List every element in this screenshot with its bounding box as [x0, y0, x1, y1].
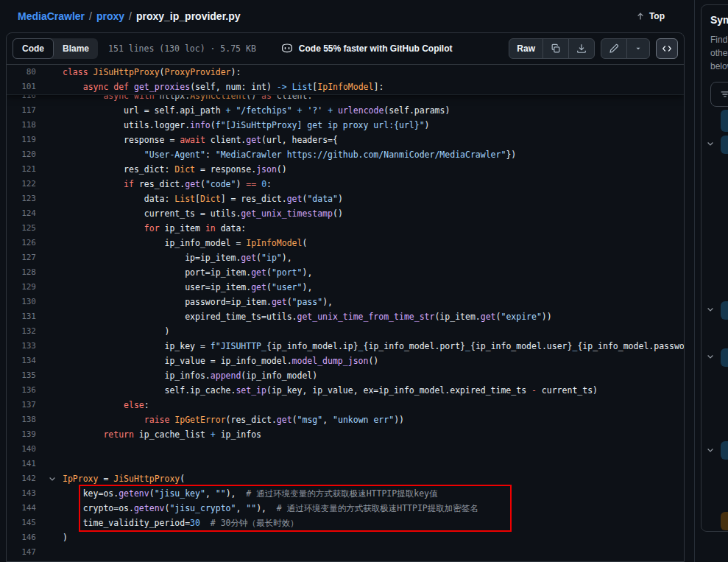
symbol-item[interactable]	[721, 348, 728, 367]
code-line: 117 url = self.api_path + "/fetchips" + …	[7, 103, 684, 118]
breadcrumb-folder-link[interactable]: proxy	[96, 10, 124, 22]
code-line: 145 time_validity_period=30 # 30分钟（最长时效）	[7, 516, 684, 530]
gutter-spacer	[42, 162, 63, 177]
code-line: 101 async def get_proxies(self, num: int…	[7, 80, 684, 94]
symbols-panel-toggle[interactable]	[656, 38, 678, 59]
breadcrumb-filename: proxy_ip_provider.py	[136, 10, 241, 22]
code-line: 137 else:	[7, 398, 684, 412]
file-card: Code Blame 151 lines (130 loc) · 5.75 KB…	[6, 32, 685, 562]
line-number[interactable]: 145	[7, 516, 42, 530]
copilot-banner[interactable]: Code 55% faster with GitHub Copilot	[281, 43, 453, 55]
code-text: class JiSuHttpProxy(ProxyProvider):	[63, 65, 684, 80]
line-number[interactable]: 136	[7, 383, 42, 398]
line-number[interactable]: 137	[7, 398, 42, 412]
download-button[interactable]	[569, 39, 594, 58]
code-line: 80class JiSuHttpProxy(ProxyProvider):	[7, 65, 684, 80]
line-number[interactable]: 147	[7, 545, 42, 560]
scroll-to-top-button[interactable]: Top	[636, 11, 665, 21]
code-line: 122 if res_dict.get("code") == 0:	[7, 177, 684, 192]
symbol-item[interactable]	[721, 441, 728, 460]
filter-symbols-input[interactable]	[710, 82, 728, 107]
line-number[interactable]: 140	[7, 442, 42, 457]
line-number[interactable]: 118	[7, 118, 42, 133]
line-number[interactable]: 122	[7, 177, 42, 192]
line-number[interactable]: 141	[7, 457, 42, 471]
line-number[interactable]: 117	[7, 103, 42, 118]
raw-button[interactable]: Raw	[509, 39, 543, 58]
gutter-spacer	[42, 250, 63, 265]
line-number[interactable]: 146	[7, 530, 42, 545]
line-number[interactable]: 121	[7, 162, 42, 177]
symbol-item[interactable]	[721, 110, 728, 132]
code-text: ip_key = f"JISUHTTP_{ip_info_model.ip}_{…	[63, 339, 684, 354]
code-line: 147	[7, 545, 684, 560]
symbols-panel-card: Symbols Find definitions and references …	[701, 4, 728, 532]
code-text: data: List[Dict] = res_dict.get("data")	[63, 192, 684, 206]
copy-button[interactable]	[543, 39, 569, 58]
line-number[interactable]: 80	[7, 65, 42, 80]
line-number[interactable]: 144	[7, 501, 42, 516]
line-number[interactable]: 125	[7, 221, 42, 236]
line-number[interactable]: 127	[7, 250, 42, 265]
line-number[interactable]: 142	[7, 471, 42, 486]
tab-blame[interactable]: Blame	[54, 38, 98, 59]
chevron-down-icon[interactable]	[706, 351, 715, 364]
collapse-chevron-icon[interactable]	[42, 471, 63, 486]
line-number[interactable]: 124	[7, 206, 42, 221]
gutter-spacer	[42, 383, 63, 398]
line-number[interactable]: 139	[7, 427, 42, 442]
line-number[interactable]: 131	[7, 309, 42, 324]
code-editor: 116 async with httpx.AsyncClient() as cl…	[7, 65, 684, 561]
code-text: response = await client.get(url, headers…	[63, 133, 684, 147]
symbol-item[interactable]	[721, 512, 728, 530]
line-number[interactable]: 119	[7, 133, 42, 147]
line-number[interactable]: 132	[7, 324, 42, 339]
line-number[interactable]: 143	[7, 486, 42, 501]
file-toolbar: Code Blame 151 lines (130 loc) · 5.75 KB…	[7, 33, 684, 65]
line-number[interactable]: 128	[7, 265, 42, 280]
chevron-down-icon[interactable]	[706, 138, 715, 151]
description-line: other symbols in this file by clicking a…	[710, 46, 728, 60]
edit-button[interactable]	[601, 39, 627, 58]
code-line: 138 raise IpGetError(res_dict.get("msg",…	[7, 412, 684, 427]
line-number[interactable]: 129	[7, 280, 42, 295]
code-text: else:	[63, 398, 684, 412]
chevron-down-icon[interactable]	[706, 444, 715, 457]
code-text: )	[63, 324, 684, 339]
line-number[interactable]: 133	[7, 339, 42, 354]
code-line: 146)	[7, 530, 684, 545]
breadcrumb-separator: /	[89, 10, 92, 22]
gutter-spacer	[42, 192, 63, 206]
gutter-spacer	[42, 530, 63, 545]
gutter-spacer	[42, 545, 63, 560]
gutter-spacer	[42, 339, 63, 354]
line-number[interactable]: 126	[7, 236, 42, 250]
gutter-spacer	[42, 501, 63, 516]
line-number[interactable]: 134	[7, 354, 42, 368]
gutter-spacer	[42, 324, 63, 339]
tab-code[interactable]: Code	[13, 38, 54, 59]
code-text: async def get_proxies(self, num: int) ->…	[63, 80, 684, 94]
gutter-spacer	[42, 65, 63, 80]
edit-dropdown-button[interactable]	[627, 39, 649, 58]
symbol-item[interactable]	[721, 136, 728, 154]
code-text	[63, 442, 684, 457]
top-label: Top	[649, 11, 665, 21]
line-number[interactable]: 138	[7, 412, 42, 427]
line-number[interactable]: 101	[7, 80, 42, 94]
line-number[interactable]: 120	[7, 147, 42, 162]
code-line: 123 data: List[Dict] = res_dict.get("dat…	[7, 192, 684, 206]
gutter-spacer	[42, 398, 63, 412]
code-line: 120 "User-Agent": "MediaCrawler https://…	[7, 147, 684, 162]
line-number[interactable]: 130	[7, 295, 42, 309]
line-number[interactable]: 123	[7, 192, 42, 206]
chevron-down-icon[interactable]	[706, 303, 715, 317]
code-text: port=ip_item.get("port"),	[63, 265, 684, 280]
code-text	[63, 457, 684, 471]
code-line: 142IpProxy = JiSuHttpProxy(	[7, 471, 684, 486]
symbols-panel-title: Symbols	[710, 14, 728, 26]
line-number[interactable]: 135	[7, 368, 42, 383]
breadcrumb-repo-link[interactable]: MediaCrawler	[18, 10, 85, 22]
symbol-item[interactable]	[721, 301, 728, 320]
code-lines: 116 async with httpx.AsyncClient() as cl…	[7, 65, 684, 560]
